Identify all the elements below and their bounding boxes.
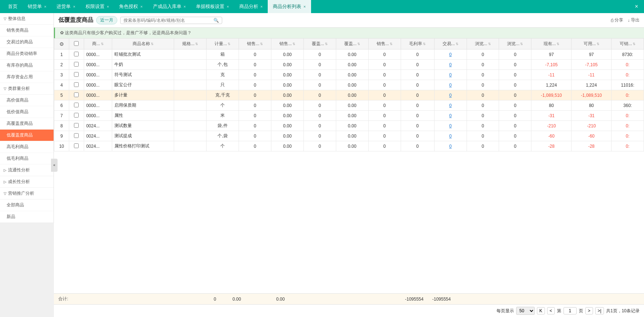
row-checkbox-cell[interactable] [69,90,84,100]
col-gear[interactable]: ⚙ [54,39,69,49]
row-checkbox[interactable] [74,123,79,128]
row-checkbox-cell[interactable] [69,131,84,141]
row-checkbox[interactable] [74,92,79,97]
row-checkbox-cell[interactable] [69,111,84,121]
sidebar-section-cluster[interactable]: ▽ 类群量分析 [0,83,54,95]
nav-close-goods-analysis-list[interactable]: × [303,0,306,13]
select-all-checkbox[interactable] [74,41,79,46]
col-sales1[interactable]: 销售...⇅ [239,39,271,49]
col-coverage2[interactable]: 覆盖...⇅ [336,39,368,49]
row-checkbox-cell[interactable] [69,49,84,60]
col-profit[interactable]: 毛利率⇅ [401,39,434,49]
nav-close-purchase[interactable]: × [73,0,75,13]
row-checkbox-cell[interactable] [69,80,84,90]
sidebar-item-low-coverage[interactable]: 低覆盖度商品 [0,130,54,141]
col-browse2[interactable]: 浏览...⇅ [499,39,531,49]
filter-period-button[interactable]: 近一月 [96,16,117,24]
nav-close-template[interactable]: × [227,0,229,13]
row-trade[interactable]: 0 [434,100,467,111]
row-checkbox[interactable] [74,113,79,118]
row-checkbox[interactable] [74,52,79,56]
row-checkbox-cell[interactable] [69,70,84,80]
sidebar-collapse-button[interactable]: « [51,159,58,172]
nav-close-goods-analysis[interactable]: × [260,0,263,13]
sidebar-item-low-value[interactable]: 低价值商品 [0,106,54,118]
total-info: 共1页，10条记录 [606,308,640,314]
col-name[interactable]: 商品名称⇅ [112,39,174,49]
col-avail[interactable]: 可用...⇅ [572,39,612,49]
col-code[interactable]: 商...⇅ [84,39,112,49]
row-checkbox[interactable] [74,72,79,77]
col-trade[interactable]: 交易...⇅ [434,39,467,49]
nav-product-storage[interactable]: 产成品入库单 × [148,0,191,13]
sidebar-item-new-goods[interactable]: 新品 [0,211,54,223]
sidebar-item-high-profit[interactable]: 高毛利商品 [0,141,54,153]
col-spec[interactable]: 规格...⇅ [174,39,207,49]
row-trade[interactable]: 0 [434,80,467,90]
row-checkbox-cell[interactable] [69,60,84,70]
col-browse1[interactable]: 浏览...⇅ [467,39,499,49]
row-trade[interactable]: 0 [434,131,467,141]
col-sales2[interactable]: 销售...⇅ [271,39,303,49]
row-checkbox-cell[interactable] [69,100,84,111]
nav-home[interactable]: 首页 [3,0,23,13]
sidebar-item-all-goods[interactable]: 全部商品 [0,199,54,211]
sidebar-item-sales-goods[interactable]: 销售类商品 [0,25,54,36]
nav-purchase[interactable]: 进货单 × [51,0,80,13]
row-checkbox-cell[interactable] [69,141,84,151]
nav-sales[interactable]: 销货单 × [23,0,51,13]
export-button[interactable]: ↓ 导出 [628,17,640,23]
nav-goods-analysis[interactable]: 商品分析 × [234,0,268,13]
col-unit[interactable]: 计量...⇅ [207,39,239,49]
row-checkbox[interactable] [74,62,79,67]
nav-close-permissions[interactable]: × [107,0,109,13]
col-checkbox[interactable] [69,39,84,49]
col-stock[interactable]: 现有...⇅ [531,39,572,49]
row-checkbox[interactable] [74,143,79,148]
row-checkbox-cell[interactable] [69,121,84,131]
footer-spacer7 [313,297,335,302]
sidebar-item-stock-capital[interactable]: 库存资金占用 [0,71,54,83]
nav-close-product-storage[interactable]: × [184,0,186,13]
last-page-button[interactable]: >| [595,307,604,314]
first-page-button[interactable]: K [537,307,545,314]
col-saleable[interactable]: 可销...⇅ [611,39,644,49]
sidebar-item-category-rate[interactable]: 商品分类动销率 [0,48,54,60]
current-page-input[interactable] [564,307,577,314]
row-checkbox[interactable] [74,82,79,87]
search-icon[interactable]: 🔍 [213,18,219,23]
row-checkbox[interactable] [74,133,79,138]
sidebar-section-liquidity[interactable]: ▷ 流通性分析 [0,165,54,176]
row-trade[interactable]: 0 [434,70,467,80]
next-page-button[interactable]: > [585,307,593,314]
nav-permissions[interactable]: 权限设置 × [80,0,114,13]
row-trade[interactable]: 0 [434,90,467,100]
sidebar-section-overview[interactable]: ▽ 整体信息 [0,13,54,25]
nav-close-roles[interactable]: × [140,0,142,13]
sidebar-section-marketing[interactable]: ▽ 营销推广分析 [0,188,54,199]
footer-spacer1 [117,297,138,302]
sidebar-item-high-coverage[interactable]: 高覆盖度商品 [0,118,54,130]
sidebar-item-traded-goods[interactable]: 交易过的商品 [0,36,54,48]
row-trade[interactable]: 0 [434,141,467,151]
nav-goods-analysis-list[interactable]: 商品分析列表 × [268,0,311,13]
share-button[interactable]: ⎙ 分享 [611,17,623,23]
sidebar-section-growth[interactable]: ▷ 成长性分析 [0,176,54,188]
row-checkbox[interactable] [74,103,79,107]
nav-template[interactable]: 单据模板设置 × [191,0,234,13]
sidebar-item-high-value[interactable]: 高价值商品 [0,95,54,106]
col-coverage1[interactable]: 覆盖...⇅ [303,39,336,49]
nav-close-sales[interactable]: × [44,0,46,13]
row-trade[interactable]: 0 [434,60,467,70]
page-size-select[interactable]: 50 20 100 200 [516,307,535,315]
sidebar-item-stocked-goods[interactable]: 有库存的商品 [0,60,54,71]
row-trade[interactable]: 0 [434,121,467,131]
search-input[interactable] [123,18,212,23]
row-trade[interactable]: 0 [434,111,467,121]
nav-roles[interactable]: 角色授权 × [114,0,148,13]
sidebar-item-low-profit[interactable]: 低毛利商品 [0,153,54,165]
col-sales3[interactable]: 销售...⇅ [368,39,401,49]
row-trade[interactable]: 0 [434,49,467,60]
prev-page-button[interactable]: < [547,307,555,314]
close-all-button[interactable]: × [632,3,641,10]
